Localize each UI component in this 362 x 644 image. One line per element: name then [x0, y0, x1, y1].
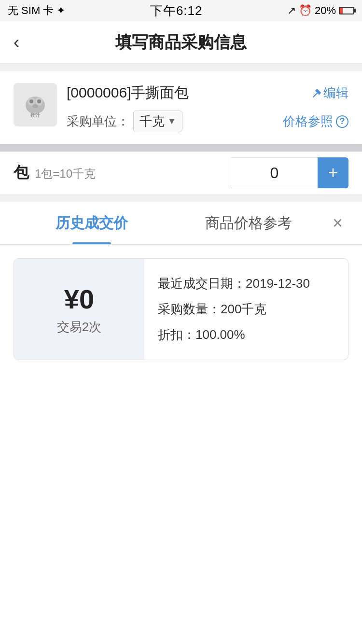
price-ref-button[interactable]: 价格参照 ?	[283, 113, 348, 130]
svg-rect-7	[312, 92, 318, 98]
unit-value: 千克	[139, 113, 165, 130]
history-card: ¥0 交易2次 最近成交日期：2019-12-30 采购数量：200千克 折扣：…	[14, 258, 348, 360]
quantity-input[interactable]	[231, 157, 318, 188]
history-card-left: ¥0 交易2次	[14, 259, 144, 360]
page-title: 填写商品采购信息	[115, 31, 247, 54]
unit-row: 采购单位： 千克 ▼ 价格参照 ?	[67, 111, 348, 132]
svg-point-4	[37, 99, 41, 103]
product-thumbnail: 数计	[14, 83, 57, 126]
tab-price-ref-label: 商品价格参考	[205, 213, 292, 233]
battery-icon	[339, 7, 354, 14]
quantity-label-group: 包 1包=10千克	[14, 162, 96, 183]
nav-bar: ‹ 填写商品采购信息	[0, 21, 362, 64]
status-bar: 无 SIM 卡 ✦ 下午6:12 ↗ ⏰ 20%	[0, 0, 362, 21]
chevron-down-icon: ▼	[167, 116, 176, 126]
tab-price-ref[interactable]: 商品价格参考	[170, 202, 326, 244]
history-recent-date: 最近成交日期：2019-12-30	[158, 274, 334, 293]
svg-point-3	[29, 99, 33, 103]
section-divider	[0, 144, 362, 152]
quantity-section: 包 1包=10千克 +	[0, 152, 362, 194]
tab-history-price[interactable]: 历史成交价	[14, 202, 170, 244]
bottom-area	[0, 374, 362, 644]
product-name: [0000006]手撕面包	[67, 83, 189, 103]
history-discount: 折扣：100.00%	[158, 325, 334, 344]
product-title: 手撕面包	[131, 84, 189, 100]
tabs-section: 历史成交价 商品价格参考 ×	[0, 202, 362, 245]
unit-select[interactable]: 千克 ▼	[133, 111, 182, 132]
unit-label: 采购单位：	[67, 113, 129, 130]
edit-button[interactable]: 编辑	[311, 84, 348, 101]
status-right: ↗ ⏰ 20%	[287, 4, 354, 17]
status-left: 无 SIM 卡 ✦	[8, 3, 65, 18]
history-content: ¥0 交易2次 最近成交日期：2019-12-30 采购数量：200千克 折扣：…	[0, 245, 362, 374]
product-name-row: [0000006]手撕面包 编辑	[67, 83, 348, 103]
product-row: 数计 [0000006]手撕面包 编辑 采购单位：	[14, 83, 348, 132]
product-id: [0000006]	[67, 84, 131, 100]
tab-history-label: 历史成交价	[56, 213, 128, 233]
location-icon: ↗	[287, 4, 296, 17]
quantity-unit-main: 包	[14, 162, 29, 183]
quantity-conversion: 1包=10千克	[35, 166, 96, 182]
sim-text: 无 SIM 卡 ✦	[8, 3, 65, 18]
product-logo: 数计	[21, 89, 50, 121]
status-time: 下午6:12	[150, 2, 203, 19]
history-quantity: 采购数量：200千克	[158, 300, 334, 319]
quantity-row: 包 1包=10千克 +	[14, 152, 348, 194]
question-icon: ?	[336, 115, 348, 128]
battery-percent: 20%	[315, 4, 336, 17]
product-section: 数计 [0000006]手撕面包 编辑 采购单位：	[0, 71, 362, 144]
history-card-right: 最近成交日期：2019-12-30 采购数量：200千克 折扣：100.00%	[144, 259, 348, 360]
alarm-icon: ⏰	[299, 4, 312, 17]
history-price: ¥0	[64, 283, 94, 315]
price-ref-label: 价格参照	[283, 113, 333, 130]
edit-label: 编辑	[323, 84, 348, 101]
quantity-input-group: +	[231, 157, 348, 188]
back-button[interactable]: ‹	[14, 32, 19, 53]
svg-point-5	[32, 104, 38, 108]
close-button[interactable]: ×	[327, 213, 348, 233]
svg-text:数计: 数计	[30, 112, 40, 118]
quantity-plus-button[interactable]: +	[318, 157, 348, 188]
tab-active-indicator	[72, 242, 111, 244]
history-trades: 交易2次	[57, 319, 101, 336]
tabs-header: 历史成交价 商品价格参考 ×	[0, 202, 362, 244]
product-info: [0000006]手撕面包 编辑 采购单位： 千克 ▼	[67, 83, 348, 132]
